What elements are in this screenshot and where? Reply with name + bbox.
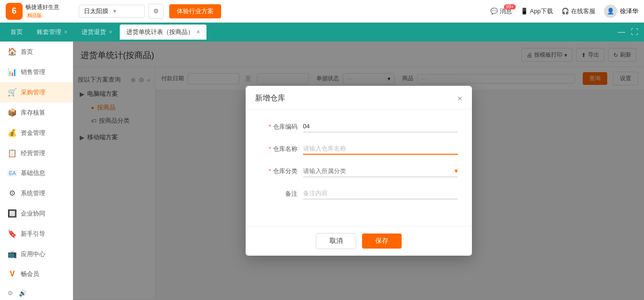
form-row-code: 仓库编码 — [260, 121, 458, 133]
category-label: 仓库分类 — [260, 167, 297, 175]
settings-button[interactable]: ⚙ — [149, 4, 164, 19]
sidebar-collapse-icon[interactable]: 🔊 — [19, 290, 26, 297]
sidebar-item-system[interactable]: ⚙ 系统管理 — [0, 183, 73, 203]
sidebar: 🏠 首页 📊 销售管理 🛒 采购管理 📦 库存核算 💰 资金管理 📋 经营管理 … — [0, 42, 73, 300]
message-badge: 99+ — [504, 4, 516, 9]
main-layout: 🏠 首页 📊 销售管理 🛒 采购管理 📦 库存核算 💰 资金管理 📋 经营管理 … — [0, 42, 644, 300]
tab-home[interactable]: 首页 — [4, 25, 29, 40]
category-dropdown-arrow: ▾ — [454, 167, 458, 175]
form-row-name: 仓库名称 — [260, 143, 458, 155]
service-button[interactable]: 🎧 在线客服 — [561, 7, 595, 16]
modal-title: 新增仓库 — [255, 93, 285, 103]
sidebar-item-basic-info[interactable]: EA 基础信息 — [0, 163, 73, 183]
tab-purchase-stats[interactable]: 进货单统计表（按商品） × — [120, 25, 206, 40]
sidebar-item-enterprise[interactable]: 🔲 企业协同 — [0, 203, 73, 224]
name-label: 仓库名称 — [260, 145, 297, 153]
cancel-button[interactable]: 取消 — [316, 233, 356, 249]
operations-icon: 📋 — [8, 149, 17, 158]
purchase-icon: 🛒 — [8, 88, 17, 97]
app-icon: 📱 — [520, 8, 528, 15]
tab-account[interactable]: 账套管理 × — [30, 25, 74, 40]
tab-bar: 首页 账套管理 × 进货退货 × 进货单统计表（按商品） × — ⛶ — [0, 23, 644, 42]
store-name: 日太阳膜 — [84, 7, 110, 16]
note-label: 备注 — [260, 190, 297, 198]
sidebar-item-apps[interactable]: 📺 应用中心 — [0, 244, 73, 264]
tab-minimize-button[interactable]: — — [616, 26, 627, 38]
enterprise-icon: 🔲 — [8, 209, 17, 218]
content-area: 进货单统计(按商品) 🖨 按模板打印 ▾ ⬆ 导出 ↻ 刷新 — [73, 42, 644, 300]
name-input[interactable] — [303, 143, 458, 155]
sidebar-item-operations[interactable]: 📋 经营管理 — [0, 143, 73, 163]
sidebar-item-home[interactable]: 🏠 首页 — [0, 42, 73, 62]
store-selector[interactable]: 日太阳膜 ▾ — [79, 5, 145, 18]
home-icon: 🏠 — [8, 47, 17, 56]
guide-icon: 🔖 — [8, 229, 17, 238]
sidebar-item-guide[interactable]: 🔖 新手引导 — [0, 224, 73, 244]
category-input[interactable] — [303, 167, 454, 175]
message-icon: 💬 — [490, 8, 498, 15]
modal-header: 新增仓库 × — [246, 86, 472, 109]
avatar: 👤 — [604, 5, 617, 18]
note-input[interactable] — [303, 188, 458, 200]
tab-actions: — ⛶ — [616, 26, 640, 38]
sidebar-settings-icon[interactable]: ⚙ — [8, 290, 13, 297]
tab-close-purchase-stats[interactable]: × — [197, 29, 200, 35]
app-download-button[interactable]: 📱 App下载 — [520, 7, 553, 16]
save-button[interactable]: 保存 — [362, 233, 402, 249]
sidebar-bottom: ⚙ 🔊 — [0, 284, 73, 300]
user-info[interactable]: 👤 徐泽华 — [604, 5, 638, 18]
tab-close-account[interactable]: × — [64, 29, 67, 35]
sidebar-item-purchase[interactable]: 🛒 采购管理 — [0, 82, 73, 102]
top-header: 6 畅捷通好生意 精品版 日太阳膜 ▾ ⚙ 体验行业方案 💬 消息 99+ 📱 … — [0, 0, 644, 23]
tab-maximize-button[interactable]: ⛶ — [629, 26, 640, 38]
code-label: 仓库编码 — [260, 123, 297, 131]
logo-badge: 精品版 — [25, 12, 43, 18]
basic-info-icon: EA — [8, 170, 17, 176]
modal-overlay: 新增仓库 × 仓库编码 仓库名称 仓库分类 — [73, 42, 644, 300]
apps-icon: 📺 — [8, 250, 17, 258]
trial-button[interactable]: 体验行业方案 — [169, 4, 221, 18]
form-row-category: 仓库分类 ▾ — [260, 165, 458, 177]
store-dropdown-arrow: ▾ — [113, 8, 140, 15]
sidebar-item-inventory[interactable]: 📦 库存核算 — [0, 102, 73, 123]
modal-body: 仓库编码 仓库名称 仓库分类 ▾ — [246, 109, 472, 226]
logo-area: 6 畅捷通好生意 精品版 — [6, 3, 79, 20]
modal-add-warehouse: 新增仓库 × 仓库编码 仓库名称 仓库分类 — [246, 86, 472, 256]
finance-icon: 💰 — [8, 128, 17, 137]
category-select[interactable]: ▾ — [303, 165, 458, 177]
system-icon: ⚙ — [8, 189, 17, 198]
headset-icon: 🎧 — [561, 8, 569, 15]
sidebar-item-finance[interactable]: 💰 资金管理 — [0, 123, 73, 143]
tab-close-purchase-return[interactable]: × — [109, 29, 112, 35]
user-name: 徐泽华 — [620, 7, 638, 16]
logo-icon: 6 — [6, 3, 23, 20]
member-icon: V — [8, 270, 17, 278]
inventory-icon: 📦 — [8, 108, 17, 117]
code-input[interactable] — [303, 121, 458, 133]
tab-purchase-return[interactable]: 进货退货 × — [75, 25, 119, 40]
logo-text: 畅捷通好生意 精品版 — [25, 3, 59, 19]
sales-icon: 📊 — [8, 67, 17, 76]
sidebar-item-sales[interactable]: 📊 销售管理 — [0, 62, 73, 82]
form-row-note: 备注 — [260, 188, 458, 200]
sidebar-item-member[interactable]: V 畅会员 — [0, 264, 73, 284]
modal-close-button[interactable]: × — [457, 94, 462, 103]
modal-footer: 取消 保存 — [246, 226, 472, 256]
header-right: 💬 消息 99+ 📱 App下载 🎧 在线客服 👤 徐泽华 — [490, 5, 638, 18]
message-button[interactable]: 💬 消息 99+ — [490, 7, 512, 16]
